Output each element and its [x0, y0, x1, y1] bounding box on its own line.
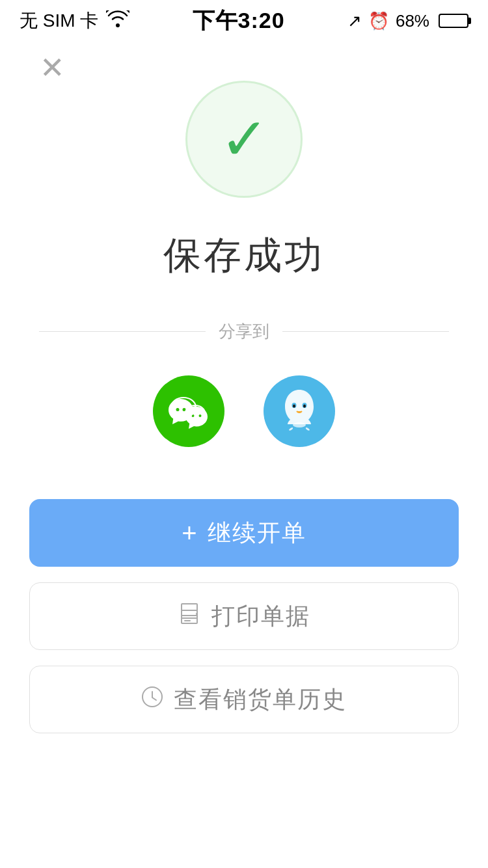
status-left: 无 SIM 卡	[20, 8, 129, 33]
history-button-text: 查看销货单历史	[174, 684, 347, 716]
printer-icon	[178, 603, 201, 630]
divider-line-left	[39, 331, 206, 332]
alarm-icon: ⏰	[368, 11, 389, 31]
wifi-icon	[106, 10, 129, 32]
wechat-share-button[interactable]	[153, 375, 224, 447]
svg-rect-10	[182, 616, 197, 623]
status-bar: 无 SIM 卡 下午3:20 ↗ ⏰ 68%	[0, 0, 488, 42]
checkmark-icon: ✓	[220, 110, 269, 169]
action-buttons: + 继续开单 打印单据	[29, 499, 459, 733]
share-icons-row	[153, 375, 335, 447]
battery-percent: 68%	[396, 11, 429, 31]
main-content: ✓ 保存成功 分享到	[0, 42, 488, 733]
status-right: ↗ ⏰ 68%	[347, 11, 468, 31]
share-label: 分享到	[206, 320, 282, 343]
svg-rect-13	[196, 613, 198, 615]
continue-button-text: 继续开单	[208, 517, 306, 549]
svg-point-4	[293, 422, 306, 427]
svg-point-8	[303, 405, 306, 408]
success-title: 保存成功	[163, 230, 325, 281]
svg-rect-11	[184, 617, 195, 619]
success-circle: ✓	[185, 81, 303, 198]
share-divider: 分享到	[0, 320, 488, 343]
history-button[interactable]: 查看销货单历史	[29, 666, 459, 733]
clock-icon	[141, 686, 163, 713]
battery-bar-icon	[439, 14, 468, 28]
svg-rect-9	[182, 604, 197, 610]
qq-share-button[interactable]	[264, 375, 335, 447]
plus-icon: +	[182, 519, 197, 548]
direction-icon: ↗	[347, 11, 362, 31]
svg-point-7	[293, 405, 295, 408]
close-icon: ✕	[40, 53, 65, 83]
continue-order-button[interactable]: + 继续开单	[29, 499, 459, 567]
svg-rect-12	[184, 620, 191, 621]
divider-line-right	[282, 331, 449, 332]
print-button-text: 打印单据	[211, 601, 310, 632]
close-button[interactable]: ✕	[33, 48, 72, 87]
status-time: 下午3:20	[193, 6, 285, 36]
no-sim-text: 无 SIM 卡	[20, 8, 98, 33]
print-button[interactable]: 打印单据	[29, 582, 459, 650]
